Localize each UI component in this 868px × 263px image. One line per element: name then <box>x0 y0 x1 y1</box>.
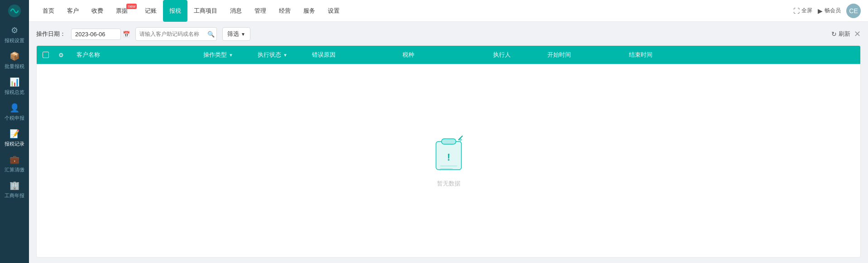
nav-gongshang[interactable]: 工商项目 <box>187 0 224 22</box>
topbar-right: ⛶ 全屏 ▶ 畅会员 CE <box>793 4 861 18</box>
topbar-nav: 首页 客户 收费 票据 new 记账 报税 工商项目 消息 <box>36 0 793 22</box>
app-logo <box>0 0 29 22</box>
search-icon[interactable]: 🔍 <box>207 31 215 38</box>
geshuishenbao-icon: 👤 <box>10 103 19 113</box>
date-label: 操作日期： <box>36 30 66 38</box>
sidebar: ⚙ 报税设置 📦 批量报税 📊 报税总览 👤 个税申报 📝 报税记录 💼 汇算清… <box>0 0 29 263</box>
baoshui-shezhi-icon: ⚙ <box>11 25 18 35</box>
svg-text:!: ! <box>447 151 450 163</box>
toolbar: 操作日期： 📅 🔍 筛选 ▼ ↻ 刷新 ✕ <box>36 27 861 41</box>
th-exec-status[interactable]: 执行状态 ▼ <box>254 51 308 59</box>
nav-fuwu[interactable]: 服务 <box>297 0 321 22</box>
th-settings: ⚙ <box>55 52 73 58</box>
empty-text: 暂无数据 <box>437 180 460 188</box>
sidebar-item-piliang-baoshui[interactable]: 📦 批量报税 <box>0 48 29 73</box>
nav-home[interactable]: 首页 <box>36 0 61 22</box>
table-body: ! 暂无数据 <box>37 64 860 257</box>
th-op-type[interactable]: 操作类型 ▼ <box>200 51 254 59</box>
refresh-icon: ↻ <box>831 30 837 38</box>
fullscreen-icon: ⛶ <box>793 7 800 15</box>
sidebar-item-baoshui-shezhi[interactable]: ⚙ 报税设置 <box>0 22 29 48</box>
nav-xiaoxi[interactable]: 消息 <box>224 0 248 22</box>
baoshui-zonlan-icon: 📊 <box>10 77 19 87</box>
empty-state: ! 暂无数据 <box>422 124 476 197</box>
filter-icon-exec-status: ▼ <box>283 53 288 58</box>
svg-rect-2 <box>441 139 456 144</box>
th-start-time: 开始时间 <box>544 51 625 59</box>
sidebar-item-label-baoshui-jilu: 报税记录 <box>5 141 24 147</box>
topbar: 首页 客户 收费 票据 new 记账 报税 工商项目 消息 <box>29 0 868 22</box>
content-area: 操作日期： 📅 🔍 筛选 ▼ ↻ 刷新 ✕ <box>29 22 868 263</box>
avatar[interactable]: CE <box>846 4 861 18</box>
nav-piaoju[interactable]: 票据 new <box>110 0 139 22</box>
empty-illustration: ! <box>431 133 467 174</box>
sidebar-item-huisuan-jiaona[interactable]: 💼 汇算清缴 <box>0 151 29 177</box>
sidebar-item-baoshui-jilu[interactable]: 📝 报税记录 <box>0 125 29 151</box>
nav-guanli[interactable]: 管理 <box>248 0 273 22</box>
th-tax-type: 税种 <box>399 51 489 59</box>
member-button[interactable]: ▶ 畅会员 <box>818 7 841 15</box>
th-error-reason: 错误原因 <box>308 51 399 59</box>
nav-baoshui[interactable]: 报税 <box>163 0 187 22</box>
select-all-checkbox[interactable] <box>43 52 49 58</box>
th-customer-name: 客户名称 <box>73 51 200 59</box>
nav-shoufei[interactable]: 收费 <box>85 0 110 22</box>
date-input-wrap: 📅 <box>71 29 130 40</box>
huisuan-jiaona-icon: 💼 <box>10 155 19 165</box>
sidebar-item-label-baoshui-shezhi: 报税设置 <box>5 37 24 44</box>
fullscreen-button[interactable]: ⛶ 全屏 <box>793 7 812 15</box>
sidebar-item-baoshui-zonlan[interactable]: 📊 报税总览 <box>0 73 29 99</box>
table-container: ⚙ 客户名称 操作类型 ▼ 执行状态 ▼ 错误原因 税种 <box>36 45 861 258</box>
th-end-time: 结束时间 <box>625 51 707 59</box>
sidebar-item-label-geshuishenbao: 个税申报 <box>5 115 24 122</box>
piliang-baoshui-icon: 📦 <box>10 51 19 61</box>
nav-shezhi[interactable]: 设置 <box>321 0 346 22</box>
calendar-icon[interactable]: 📅 <box>123 31 130 38</box>
date-input[interactable] <box>71 29 121 40</box>
sidebar-item-geshuishenbao[interactable]: 👤 个税申报 <box>0 99 29 125</box>
nav-jingying[interactable]: 经营 <box>273 0 297 22</box>
nav-jizhang[interactable]: 记账 <box>139 0 163 22</box>
gongshang-nianbao-icon: 🏢 <box>10 180 19 190</box>
sidebar-item-label-baoshui-zonlan: 报税总览 <box>5 89 24 96</box>
main-area: 首页 客户 收费 票据 new 记账 报税 工商项目 消息 <box>29 0 868 263</box>
sidebar-item-label-huisuan-jiaona: 汇算清缴 <box>5 166 24 173</box>
refresh-button[interactable]: ↻ 刷新 <box>831 30 850 38</box>
th-checkbox <box>37 52 55 58</box>
new-badge: new <box>126 4 137 10</box>
search-input[interactable] <box>139 31 207 37</box>
video-icon: ▶ <box>818 7 823 15</box>
filter-button[interactable]: 筛选 ▼ <box>222 27 250 41</box>
search-wrap: 🔍 <box>135 27 217 41</box>
settings-icon[interactable]: ⚙ <box>58 52 64 58</box>
sidebar-item-label-gongshang-nianbao: 工商年报 <box>5 192 24 199</box>
sidebar-item-label-piliang-baoshui: 批量报税 <box>5 63 24 70</box>
svg-marker-5 <box>459 138 462 141</box>
close-button[interactable]: ✕ <box>854 30 861 38</box>
toolbar-right: ↻ 刷新 ✕ <box>831 30 861 38</box>
baoshui-jilu-icon: 📝 <box>10 129 19 139</box>
filter-icon-op-type: ▼ <box>229 53 233 58</box>
th-executor: 执行人 <box>489 51 544 59</box>
table-header: ⚙ 客户名称 操作类型 ▼ 执行状态 ▼ 错误原因 税种 <box>37 46 860 64</box>
sidebar-item-gongshang-nianbao[interactable]: 🏢 工商年报 <box>0 177 29 203</box>
chevron-down-icon: ▼ <box>241 32 245 37</box>
nav-customers[interactable]: 客户 <box>61 0 85 22</box>
